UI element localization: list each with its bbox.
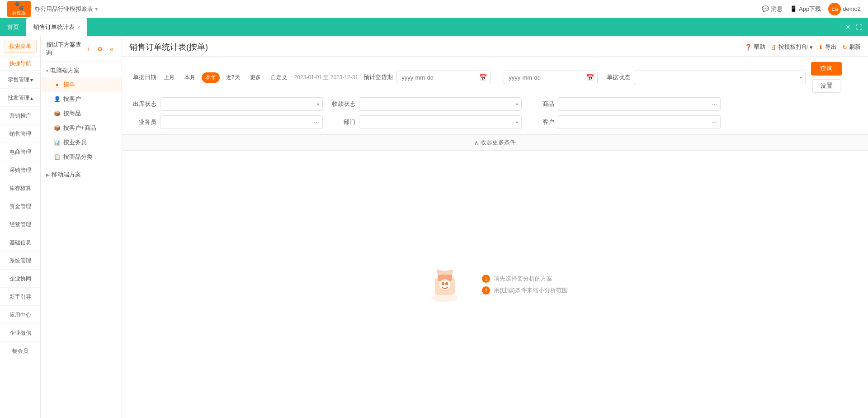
sidebar-item-member[interactable]: 畅会员 <box>0 342 40 360</box>
order-status-select[interactable] <box>634 71 806 84</box>
template-print-button[interactable]: 🖨 按模板打印 ▾ <box>771 43 813 51</box>
sidebar-item-wholesale[interactable]: 批发管理 ▴ <box>0 89 40 107</box>
scheme-item-by-salesperson[interactable]: 📊 按业务员 <box>41 135 122 150</box>
sidebar-item-operations[interactable]: 经营管理 <box>0 215 40 233</box>
scheme-collapse-button[interactable]: « <box>107 44 116 53</box>
scheme-group-desktop: ▾ 电脑端方案 ● 按单 👤 按客户 📦 按商品 📦 按客户+商品 <box>41 62 122 166</box>
app-title-caret[interactable]: ▾ <box>95 5 98 12</box>
customer-input[interactable] <box>558 115 721 129</box>
app-title: 办公用品行业模拟账表 ▾ <box>34 5 98 13</box>
date-btn-custom[interactable]: 自定义 <box>267 72 291 83</box>
order-icon: ● <box>53 81 61 88</box>
goods-input-wrap: ··· <box>558 97 721 111</box>
empty-tip-2: 2 用[过滤]条件来缩小分析范围 <box>482 286 567 294</box>
date-btn-more[interactable]: 更多 <box>246 72 264 83</box>
svg-point-5 <box>445 282 448 285</box>
date-btn-last-7-days[interactable]: 近7天 <box>222 72 244 83</box>
message-icon: 💬 <box>762 5 769 12</box>
avatar: Ea <box>828 3 841 15</box>
customer-input-wrap: ··· <box>558 115 721 129</box>
tab-home[interactable]: 首页 <box>0 18 26 36</box>
tab-sales-order-stats[interactable]: 销售订单统计表 × <box>26 18 87 36</box>
sidebar-item-finance[interactable]: 资金管理 <box>0 197 40 215</box>
right-content: 销售订单统计表(按单) ❓ 帮助 🖨 按模板打印 ▾ ⬇ 导出 <box>122 36 868 418</box>
scheme-item-by-order[interactable]: ● 按单 <box>41 77 122 92</box>
message-button[interactable]: 💬 消息 <box>762 5 783 13</box>
user-menu[interactable]: Ea demo2 <box>828 3 861 15</box>
date-btn-this-year[interactable]: 本年 <box>202 72 220 83</box>
sidebar-item-purchase[interactable]: 采购管理 <box>0 161 40 179</box>
query-button[interactable]: 查询 <box>811 62 842 76</box>
chevron-up-icon: ▴ <box>30 95 33 101</box>
goods-input[interactable] <box>558 97 721 111</box>
app-download-button[interactable]: 📱 App下载 <box>790 5 821 13</box>
scheme-group-mobile: ▶ 移动端方案 <box>41 166 122 183</box>
scheme-panel: 按以下方案查询 + ⚙ « ▾ 电脑端方案 ● 按单 👤 <box>41 36 122 418</box>
expected-date-start-input[interactable] <box>396 71 491 84</box>
salesperson-more-icon[interactable]: ··· <box>314 119 319 126</box>
filter-area: 单据日期 上月 本月 本年 近7天 更多 自定义 2023-01-01 至 20… <box>122 57 868 135</box>
main-layout: 搜索菜单 快捷导航 零售管理 ▾ 批发管理 ▴ 营销推广 销售管理 电商管理 采… <box>0 36 868 418</box>
payment-status-select[interactable] <box>359 97 522 111</box>
date-btn-this-month[interactable]: 本月 <box>181 72 199 83</box>
scheme-item-by-goods-category[interactable]: 📋 按商品分类 <box>41 150 122 164</box>
expected-date-section: 预计交货期 📅 — 📅 <box>363 71 598 84</box>
page-header: 销售订单统计表(按单) ❓ 帮助 🖨 按模板打印 ▾ ⬇ 导出 <box>122 36 868 57</box>
sidebar-item-ecommerce[interactable]: 电商管理 <box>0 143 40 161</box>
settings-button[interactable]: 设置 <box>812 79 840 93</box>
sidebar-item-enterprise-collab[interactable]: 企业协同 <box>0 270 40 288</box>
collapse-row: ∧ 收起更多条件 <box>122 135 868 151</box>
scheme-add-button[interactable]: + <box>84 44 93 53</box>
window-controls: ✕ ⛶ <box>844 24 863 31</box>
expected-date-end-input[interactable] <box>504 71 598 84</box>
customer-icon: 👤 <box>53 95 61 103</box>
sidebar-item-sales[interactable]: 销售管理 <box>0 125 40 143</box>
goods-section: 商品 ··· <box>527 97 721 111</box>
expected-date-end-wrap: 📅 <box>504 71 598 84</box>
sidebar-quick-nav[interactable]: 快捷导航 <box>0 57 40 71</box>
ship-status-select[interactable] <box>160 97 323 111</box>
expected-date-start-wrap: 📅 <box>396 71 491 84</box>
refresh-button[interactable]: ↻ 刷新 <box>842 43 861 51</box>
sidebar-item-marketing[interactable]: 营销推广 <box>0 107 40 125</box>
download-icon: 📱 <box>790 5 797 12</box>
sidebar-item-system[interactable]: 系统管理 <box>0 252 40 270</box>
order-status-select-wrap: ▾ <box>634 71 806 84</box>
topbar-left: 🐾 标账版 办公用品行业模拟账表 ▾ <box>7 1 98 17</box>
export-button[interactable]: ⬇ 导出 <box>818 43 837 51</box>
salesperson-icon: 📊 <box>53 139 61 146</box>
scheme-item-by-goods[interactable]: 📦 按商品 <box>41 106 122 121</box>
window-close-btn[interactable]: ✕ <box>844 24 852 31</box>
goods-icon: 📦 <box>53 110 61 117</box>
page-title: 销售订单统计表(按单) <box>129 42 208 52</box>
scheme-group-mobile-header[interactable]: ▶ 移动端方案 <box>41 168 122 181</box>
page-actions: ❓ 帮助 🖨 按模板打印 ▾ ⬇ 导出 ↻ 刷新 <box>745 43 861 51</box>
help-button[interactable]: ❓ 帮助 <box>745 43 765 51</box>
collapse-button[interactable]: ∧ 收起更多条件 <box>474 138 516 147</box>
date-btn-last-month[interactable]: 上月 <box>160 72 178 83</box>
tab-close-icon[interactable]: × <box>77 24 80 30</box>
topbar: 🐾 标账版 办公用品行业模拟账表 ▾ 💬 消息 📱 App下载 Ea demo2 <box>0 0 868 18</box>
sidebar-item-newbie[interactable]: 新手引导 <box>0 288 40 306</box>
customer-more-icon[interactable]: ··· <box>712 119 717 126</box>
empty-text: 1 请先选择要分析的方案 2 用[过滤]条件来缩小分析范围 <box>482 275 567 294</box>
more-icon[interactable]: ··· <box>712 100 717 108</box>
template-print-caret[interactable]: ▾ <box>810 44 813 51</box>
salesperson-section: 业务员 ··· <box>129 115 323 129</box>
window-maximize-btn[interactable]: ⛶ <box>855 24 863 31</box>
chevron-right-icon: ▶ <box>46 172 50 177</box>
scheme-item-by-customer[interactable]: 👤 按客户 <box>41 92 122 106</box>
scheme-settings-button[interactable]: ⚙ <box>95 44 104 53</box>
sidebar-item-retail[interactable]: 零售管理 ▾ <box>0 71 40 89</box>
sidebar-item-basic-info[interactable]: 基础信息 <box>0 233 40 252</box>
salesperson-input[interactable] <box>160 115 323 129</box>
search-menu-button[interactable]: 搜索菜单 <box>4 40 37 53</box>
sidebar-item-inventory[interactable]: 库存核算 <box>0 179 40 197</box>
sidebar-item-app-center[interactable]: 应用中心 <box>0 306 40 324</box>
department-select[interactable] <box>359 115 522 129</box>
scheme-item-by-customer-goods[interactable]: 📦 按客户+商品 <box>41 121 122 135</box>
logo: 🐾 标账版 <box>7 1 31 17</box>
scheme-group-desktop-header[interactable]: ▾ 电脑端方案 <box>41 64 122 77</box>
sidebar-item-enterprise-wechat[interactable]: 企业微信 <box>0 324 40 342</box>
ship-status-section: 出库状态 ▾ <box>129 97 323 111</box>
